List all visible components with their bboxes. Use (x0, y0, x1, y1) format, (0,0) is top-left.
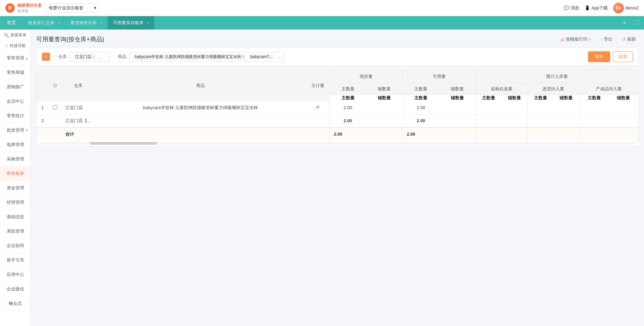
filter-actions: 查询 设置 (588, 51, 633, 62)
username: demo2 (625, 5, 639, 10)
th-available: 可用量 (402, 70, 476, 83)
sidebar-item-member[interactable]: 会员中心 (0, 94, 31, 109)
sidebar-item-retail-stats[interactable]: 零售统计 (0, 109, 31, 123)
page-header: 可用量查询(按仓库+商品) 🖨 按模板打印 ▾ ↑ 导出 ↺ 刷新 (36, 35, 639, 44)
sidebar-item-operations[interactable]: 经营管理 (0, 195, 31, 210)
tab-yaohuo-label: 要货单统计表 (70, 20, 97, 26)
scrollbar-thumb[interactable] (90, 142, 157, 145)
search-icon: 🔍 (4, 33, 9, 38)
row1-avail-aux (439, 101, 476, 114)
user-area[interactable]: Ea demo2 (613, 3, 639, 13)
sidebar-search-btn[interactable]: 🔍 搜索菜单 (0, 30, 31, 41)
tab-yaohuo[interactable]: 要货单统计表 × (65, 16, 107, 30)
sidebar-item-basic-info[interactable]: 基础信息 (0, 210, 31, 224)
sidebar-item-newbie-label: 新手引导 (7, 257, 24, 263)
export-icon: ↑ (600, 37, 602, 42)
warehouse-tag-remove[interactable]: × (92, 55, 94, 59)
th-product: 商品 (95, 70, 306, 101)
sidebar-item-ecommerce-label: 电商管理 (7, 142, 24, 148)
app-download-btn[interactable]: 📱 App下载 (585, 5, 608, 11)
th-stock-aux2: 辅数量 (366, 95, 402, 101)
page-title: 可用量查询(按仓库+商品) (36, 35, 104, 43)
scrollbar-area (39, 142, 636, 145)
footer-avail-aux (439, 128, 476, 141)
sidebar-item-ecommerce[interactable]: 电商管理 (0, 138, 31, 152)
warehouse-label: 仓库 (58, 54, 67, 60)
tab-keyongliang-label: 可用量库存账本 (113, 20, 144, 26)
message-btn[interactable]: 💬 消息 (564, 5, 579, 11)
sidebar-item-retail-store[interactable]: 零售商城 (0, 65, 31, 80)
sidebar-quicknav-btn[interactable]: ☆ 快捷导航 (0, 41, 31, 51)
tab-keyongliang[interactable]: 可用量库存账本 × (108, 16, 154, 30)
row2-product-aux (609, 114, 638, 128)
th-inbound-pending: 进货待入量 (527, 83, 579, 95)
sidebar-item-wholesale[interactable]: 批发管理 ▼ (0, 123, 31, 138)
warehouse-tag: 江北门店 × (73, 54, 96, 60)
tab-keyongliang-close[interactable]: × (147, 21, 149, 25)
th-current-stock: 现存量 (329, 70, 402, 83)
industry-selector[interactable]: 母婴行业演示账套 ▾ (46, 3, 99, 13)
logo-product-name: 畅捷通好生意 (17, 3, 42, 8)
tab-close-all-btn[interactable]: × (620, 18, 629, 28)
sidebar-item-marketing[interactable]: 营销推广 (0, 80, 31, 94)
sidebar-item-enterprise-collab[interactable]: 企业协同 (0, 239, 31, 253)
sidebar-item-member-label: 会员中心 (7, 98, 24, 104)
sidebar-item-enterprise-wechat[interactable]: 企业微信 (0, 282, 31, 296)
row2-checkbox[interactable] (49, 114, 61, 128)
tab-yaohuo-close[interactable]: × (100, 21, 102, 25)
app-icon: 📱 (585, 5, 590, 10)
row2-inbound-aux (553, 114, 579, 128)
top-bar: 好 畅捷通好生意 标准版 母婴行业演示账套 ▾ 💬 消息 📱 App下载 Ea … (0, 0, 644, 16)
app-download-label: App下载 (591, 5, 608, 11)
sidebar-item-app-center[interactable]: 应用中心 (0, 268, 31, 282)
th-purchase-intransit: 采购在途量 (476, 83, 527, 95)
th-avail-main2: 主数量 (402, 95, 439, 101)
product-input[interactable]: babycare学饮杯 儿童防摔防撞吸管杯重力球吸嘴杯宝宝水杯 × babyca… (129, 52, 285, 62)
sidebar-search-label: 搜索菜单 (10, 32, 26, 38)
tab-expand-btn[interactable]: ⛶ (632, 18, 641, 28)
footer-empty2 (49, 128, 61, 141)
warehouse-more-dots[interactable]: ... (98, 54, 103, 60)
th-product-pending: 产成品待入量 (579, 83, 638, 95)
avatar: Ea (613, 3, 624, 13)
tab-shoufacun-label: 收发存汇总表 (28, 20, 54, 26)
settings-icon[interactable]: ⚙ (53, 83, 57, 88)
top-bar-right: 💬 消息 📱 App下载 Ea demo2 (564, 3, 639, 13)
settings-button[interactable]: 设置 (613, 51, 633, 62)
sidebar-item-retail-mgmt[interactable]: 零售管理 ▲ (0, 51, 31, 65)
sidebar-item-system[interactable]: 系统管理 (0, 224, 31, 239)
warehouse-input[interactable]: 江北门店 × ... (69, 52, 110, 62)
product-more-dots[interactable]: ... (276, 54, 281, 60)
print-template-btn[interactable]: 🖨 按模板打印 ▾ (557, 35, 593, 44)
table-row: 1 江北门店 babycare学饮杯 儿童防摔防撞吸管杯重力球吸嘴杯宝宝水杯 个… (37, 101, 638, 114)
th-product-main: 主数量 (579, 95, 609, 101)
sidebar-item-basic-info-label: 基础信息 (7, 214, 24, 220)
product-tag1-remove[interactable]: × (242, 55, 244, 59)
export-btn[interactable]: ↑ 导出 (597, 35, 615, 44)
footer-stock-main: 2.00 (329, 128, 366, 141)
industry-selector-label: 母婴行业演示账套 (49, 5, 84, 11)
sidebar-item-newbie[interactable]: 新手引导 (0, 253, 31, 268)
sidebar-item-inventory[interactable]: 库存核算 (0, 167, 31, 181)
query-button[interactable]: 查询 (588, 51, 610, 62)
sidebar-item-finance[interactable]: 资金管理 (0, 181, 31, 195)
th-inbound-aux: 辅数量 (553, 95, 579, 101)
th-gear[interactable]: ⚙ (49, 70, 61, 101)
tab-shoufacun-close[interactable]: × (58, 21, 60, 25)
sidebar-item-purchase[interactable]: 采购管理 (0, 152, 31, 167)
sidebar-quicknav-label: 快捷导航 (10, 43, 26, 49)
refresh-btn[interactable]: ↺ 刷新 (619, 35, 639, 44)
row1-checkbox[interactable] (49, 101, 61, 114)
row1-stock-main: 2.00 (329, 101, 366, 114)
sidebar-item-operations-label: 经营管理 (7, 199, 24, 205)
th-avail-aux: 辅数量 (439, 83, 476, 95)
tab-home[interactable]: 首页 (0, 16, 23, 30)
sidebar-item-member-plus[interactable]: 畅会员 (0, 296, 31, 311)
row1-checkbox-input[interactable] (53, 105, 57, 109)
nav-tabs: 首页 收发存汇总表 × 要货单统计表 × 可用量库存账本 × × ⛶ (0, 16, 644, 30)
print-chevron-icon: ▾ (589, 38, 591, 41)
footer-purchase-aux (501, 128, 527, 141)
filter-toggle-btn[interactable]: » (42, 53, 50, 61)
table-footer-row: 合计 2.00 2.00 (37, 128, 638, 141)
tab-shoufacun[interactable]: 收发存汇总表 × (23, 16, 65, 30)
